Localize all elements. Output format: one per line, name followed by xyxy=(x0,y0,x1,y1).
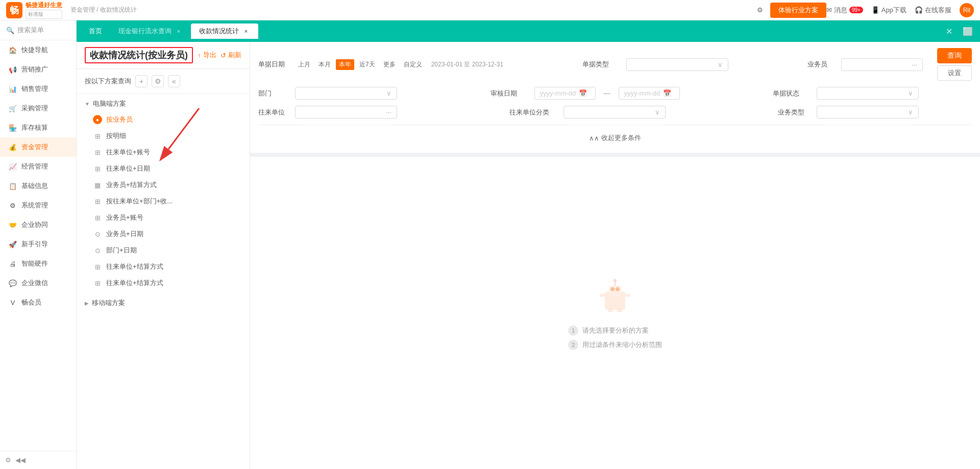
collapse-panel-button[interactable]: « xyxy=(168,75,180,87)
scheme-item-partner-dept[interactable]: ⊞ 按往来单位+部门+收... xyxy=(77,193,250,209)
tab-collection-stats[interactable]: 收款情况统计 × xyxy=(191,24,258,39)
sidebar-item-marketing[interactable]: 📢 营销推广 xyxy=(0,60,76,79)
sidebar-item-system[interactable]: ⚙ 系统管理 xyxy=(0,196,76,215)
calendar-icon[interactable]: 📅 xyxy=(579,89,587,97)
query-button[interactable]: 查询 xyxy=(937,48,972,63)
doc-status-select[interactable]: ∨ xyxy=(817,87,919,100)
sidebar-item-quicknav[interactable]: 🏠 快捷导航 xyxy=(0,40,76,60)
sidebar-item-wechat[interactable]: 💬 企业微信 xyxy=(0,273,76,293)
sidebar-bottom: ⚙ ◀◀ xyxy=(0,451,76,469)
dept-select[interactable]: ∨ xyxy=(295,87,397,100)
scheme-item-partner-settle2[interactable]: ⊞ 往来单位+结算方式 xyxy=(77,275,250,291)
scheme-item-salesperson-settle[interactable]: ▦ 业务员+结算方式 xyxy=(77,177,250,193)
scheme-settings-button[interactable]: ⚙ xyxy=(152,75,164,87)
user-avatar[interactable]: Rit xyxy=(960,3,974,17)
scheme-item-by-salesperson[interactable]: ● 按业务员 xyxy=(77,111,250,128)
sidebar-item-operations[interactable]: 📈 经营管理 xyxy=(0,157,76,176)
panel-label: 按以下方案查询 xyxy=(85,77,131,86)
doc-type-select[interactable]: ∨ xyxy=(626,58,728,71)
hint-text-1: 请先选择要分析的方案 xyxy=(582,326,649,335)
review-date-start-input[interactable]: yyyy-mm-dd 📅 xyxy=(534,87,596,100)
partner-category-label: 往来单位分类 xyxy=(509,108,555,117)
scheme-label: 往来单位+账号 xyxy=(106,148,150,157)
sidebar-item-finance[interactable]: 💰 资金管理 xyxy=(0,137,76,157)
search-icon: 🔍 xyxy=(6,27,14,34)
trial-button[interactable]: 体验行业方案 xyxy=(770,3,826,18)
tab-bank-flow[interactable]: 现金银行流水查询 × xyxy=(110,24,191,39)
partner-more-btn[interactable]: ··· xyxy=(386,108,391,116)
add-scheme-button[interactable]: + xyxy=(135,75,148,87)
scheme-item-by-detail[interactable]: ⊞ 按明细 xyxy=(77,128,250,144)
date-btn-this-month[interactable]: 本月 xyxy=(315,59,334,70)
calendar-icon-end[interactable]: 📅 xyxy=(663,89,671,97)
sidebar-item-vip[interactable]: V 畅会员 xyxy=(0,293,76,312)
window-maximize-btn[interactable]: ⬜ xyxy=(960,26,976,37)
settings-button[interactable]: 设置 xyxy=(937,65,972,81)
sidebar-item-inventory[interactable]: 🏪 库存核算 xyxy=(0,118,76,137)
date-btn-last-month[interactable]: 上月 xyxy=(295,59,313,70)
date-btn-more[interactable]: 更多 xyxy=(380,59,399,70)
hint-item-2: 2 用过滤条件来缩小分析范围 xyxy=(568,340,662,350)
date-btn-this-year[interactable]: 本年 xyxy=(336,59,354,70)
sidebar-item-basic-info[interactable]: 📋 基础信息 xyxy=(0,176,76,196)
tab-collection-stats-close[interactable]: × xyxy=(242,27,250,35)
pc-scheme-group-header[interactable]: ▼ 电脑端方案 xyxy=(77,96,250,111)
chevron-down-icon: ∨ xyxy=(908,108,913,116)
scheme-item-salesperson-account[interactable]: ⊞ 业务员+账号 xyxy=(77,209,250,226)
partner-date-icon: ⊞ xyxy=(93,164,102,173)
refresh-button[interactable]: ↺ 刷新 xyxy=(220,51,241,60)
scheme-label: 按往来单位+部门+收... xyxy=(106,197,173,206)
empty-hints: 1 请先选择要分析的方案 2 用过滤条件来缩小分析范围 xyxy=(568,325,662,350)
svg-rect-11 xyxy=(617,308,622,312)
date-separator: — xyxy=(604,89,610,97)
sidebar-collapse-icon[interactable]: ◀◀ xyxy=(15,456,26,464)
collapse-more-conditions-button[interactable]: ∧∧ 收起更多条件 xyxy=(585,129,645,147)
scheme-item-partner-date[interactable]: ⊞ 往来单位+日期 xyxy=(77,160,250,177)
scheme-group-pc: ▼ 电脑端方案 ● 按业务员 ⊞ 按明细 ⊞ xyxy=(77,94,250,293)
sidebar-settings-icon[interactable]: ⚙ xyxy=(5,456,11,464)
scheme-item-partner-settle1[interactable]: ⊞ 往来单位+结算方式 xyxy=(77,259,250,275)
search-menu-item[interactable]: 🔍 搜索菜单 xyxy=(0,20,76,40)
date-options: 上月 本月 本年 近7天 更多 自定义 2023-01-01 至 2023-12… xyxy=(295,59,503,70)
business-type-select[interactable]: ∨ xyxy=(817,106,919,119)
window-close-btn[interactable]: ✕ xyxy=(943,26,955,37)
logo-icon: 畅 xyxy=(6,2,22,18)
scheme-label: 业务员+日期 xyxy=(106,229,143,239)
export-icon: ↑ xyxy=(198,52,202,59)
logo-area: 畅 畅捷通好生意 标准版 xyxy=(6,1,62,19)
tab-home[interactable]: 首页 xyxy=(81,24,110,39)
sidebar-item-hardware[interactable]: 🖨 智能硬件 xyxy=(0,254,76,273)
home-icon: 🏠 xyxy=(8,45,17,55)
partner-select[interactable]: ··· xyxy=(295,106,397,119)
chevron-down-icon: ∨ xyxy=(718,61,723,68)
date-btn-7days[interactable]: 近7天 xyxy=(356,59,378,70)
tab-bank-flow-close[interactable]: × xyxy=(175,27,183,35)
sidebar-item-purchase[interactable]: 🛒 采购管理 xyxy=(0,99,76,118)
sidebar-item-sales[interactable]: 📊 销售管理 xyxy=(0,79,76,99)
left-panel: 收款情况统计(按业务员) ↑ 导出 ↺ 刷新 xyxy=(77,42,250,469)
mobile-scheme-group-header[interactable]: ▶ 移动端方案 xyxy=(77,295,250,311)
filter-section: 单据日期 上月 本月 本年 近7天 更多 自定义 2023-01-01 至 20… xyxy=(250,42,980,153)
app-download-button[interactable]: 📱 App下载 xyxy=(871,6,906,15)
robot-illustration xyxy=(595,276,635,317)
partner-category-select[interactable]: ∨ xyxy=(564,106,666,119)
messages-button[interactable]: ✉ 消息 99+ xyxy=(826,6,863,15)
review-date-end-input[interactable]: yyyy-mm-dd 📅 xyxy=(619,87,680,100)
scheme-item-salesperson-date[interactable]: ⊙ 业务员+日期 xyxy=(77,226,250,242)
sidebar-item-enterprise[interactable]: 🤝 企业协同 xyxy=(0,215,76,235)
page-title: 收款情况统计(按业务员) xyxy=(85,47,193,63)
date-btn-custom[interactable]: 自定义 xyxy=(401,59,425,70)
export-button[interactable]: ↑ 导出 xyxy=(198,51,217,60)
filter-row-3: 往来单位 ··· 往来单位分类 ∨ xyxy=(258,106,972,119)
scheme-item-dept-date[interactable]: ⊙ 部门+日期 xyxy=(77,242,250,259)
topbar-settings-icon[interactable]: ⚙ xyxy=(753,3,767,17)
message-icon: ✉ xyxy=(826,6,832,14)
salesperson-account-icon: ⊞ xyxy=(93,213,102,222)
salesperson-select[interactable]: ··· xyxy=(841,58,923,71)
sidebar-item-guide[interactable]: 🚀 新手引导 xyxy=(0,235,76,254)
salesperson-date-icon: ⊙ xyxy=(93,229,102,239)
salesperson-more-btn[interactable]: ··· xyxy=(912,61,917,68)
operations-icon: 📈 xyxy=(8,162,17,171)
online-service-button[interactable]: 🎧 在线客服 xyxy=(915,6,951,15)
scheme-item-partner-account[interactable]: ⊞ 往来单位+账号 xyxy=(77,144,250,160)
